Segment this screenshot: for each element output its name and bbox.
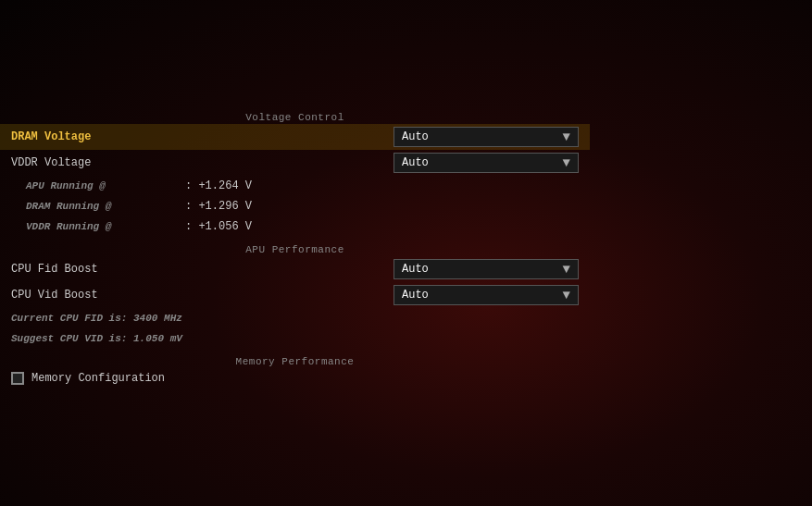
vddr-voltage-row[interactable]: VDDR Voltage Auto ▼ [0, 150, 590, 176]
vddr-voltage-dropdown[interactable]: Auto ▼ [394, 153, 579, 173]
dropdown-arrow-dram: ▼ [563, 130, 570, 144]
dram-running-row: DRAM Running @ : +1.296 V [0, 196, 590, 216]
vddr-voltage-value: Auto [402, 156, 429, 169]
dram-voltage-row[interactable]: DRAM Voltage Auto ▼ [0, 124, 590, 150]
apu-running-row: APU Running @ : +1.264 V [0, 176, 590, 196]
dropdown-arrow-fid: ▼ [563, 262, 570, 277]
current-cpu-vid-row: Suggest CPU VID is: 1.050 mV [0, 328, 590, 349]
vddr-running-row: VDDR Running @ : +1.056 V [0, 216, 590, 237]
dram-running-value: : +1.296 V [185, 200, 252, 213]
dram-running-label: DRAM Running @ [11, 201, 178, 212]
memory-config-checkbox[interactable] [11, 372, 24, 385]
apu-running-value: : +1.264 V [185, 179, 252, 192]
vddr-running-label: VDDR Running @ [11, 221, 178, 232]
memory-config-label: Memory Configuration [31, 372, 165, 385]
current-cpu-vid-label: Suggest CPU VID is: 1.050 mV [11, 333, 182, 344]
cpu-vid-dropdown[interactable]: Auto ▼ [394, 285, 579, 305]
cpu-vid-row[interactable]: CPU Vid Boost Auto ▼ [0, 282, 590, 308]
memory-config-row[interactable]: Memory Configuration [0, 368, 590, 389]
voltage-control-header: Voltage Control [0, 110, 590, 124]
cpu-fid-value: Auto [402, 263, 429, 276]
dropdown-arrow-vid: ▼ [563, 288, 570, 302]
vddr-voltage-label: VDDR Voltage [11, 156, 178, 169]
cpu-fid-dropdown[interactable]: Auto ▼ [394, 259, 579, 279]
memory-perf-header: Memory Performance [0, 354, 590, 368]
cpu-fid-label: CPU Fid Boost [11, 263, 178, 276]
dropdown-arrow-vddr: ▼ [563, 155, 570, 170]
dram-voltage-label: DRAM Voltage [11, 130, 178, 143]
left-panel: Voltage Control DRAM Voltage Auto ▼ VDDR… [0, 106, 590, 485]
dram-voltage-value: Auto [402, 130, 429, 143]
current-cpu-fid-row: Current CPU FID is: 3400 MHz [0, 308, 590, 328]
apu-running-label: APU Running @ [11, 180, 178, 191]
dram-voltage-dropdown[interactable]: Auto ▼ [394, 127, 579, 147]
apu-perf-header: APU Performance [0, 242, 590, 256]
vddr-running-value: : +1.056 V [185, 220, 252, 233]
current-cpu-fid-label: Current CPU FID is: 3400 MHz [11, 313, 182, 324]
cpu-vid-value: Auto [402, 289, 429, 302]
cpu-fid-row[interactable]: CPU Fid Boost Auto ▼ [0, 256, 590, 282]
cpu-vid-label: CPU Vid Boost [11, 289, 178, 302]
